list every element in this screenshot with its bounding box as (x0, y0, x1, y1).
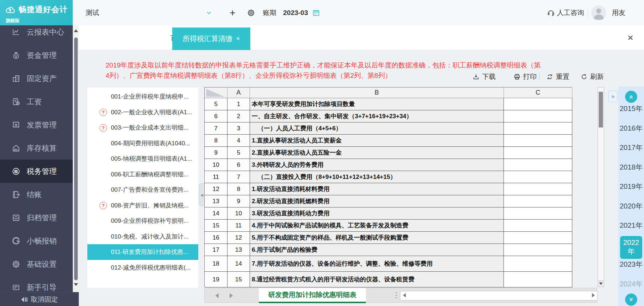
tab-income-tax-settlement[interactable]: 所得税汇算清缴× (172, 27, 250, 50)
grid-row-header[interactable]: 12 (205, 183, 228, 195)
print-button[interactable]: 打印 (513, 71, 537, 82)
grid-corner-cell[interactable] (205, 87, 228, 98)
form-list-item[interactable]: ?003-一般企业成本支出明细... (87, 120, 198, 136)
sidebar-item-archive[interactable]: 归档管理 (0, 206, 73, 229)
company-chevron-down-icon[interactable] (205, 0, 213, 25)
grid-cell-a[interactable]: 9 (228, 195, 250, 207)
form-list-item[interactable]: 012-减免所得税优惠明细表(... (87, 260, 198, 276)
year-item-2023[interactable]: 2023年 (618, 260, 644, 269)
sidebar-item-fund[interactable]: 资金管理 (0, 44, 73, 67)
grid-cell-a[interactable]: 2 (228, 110, 250, 122)
expand-panel-button[interactable]: » (608, 91, 618, 102)
grid-row-header[interactable]: 18 (205, 256, 228, 272)
grid-cell-b[interactable]: 1.直接从事研发活动人员工资薪金 (250, 135, 504, 147)
grid-row-header[interactable]: 9 (205, 147, 228, 159)
grid-row-header[interactable]: 19 (205, 272, 228, 287)
grid-row-header[interactable]: 13 (205, 195, 228, 207)
grid-row-header[interactable]: 10 (205, 159, 228, 171)
grid-cell-a[interactable]: 8 (228, 183, 250, 195)
grid-cell-a[interactable]: 4 (228, 135, 250, 147)
grid-cell-c[interactable] (504, 244, 572, 256)
grid-column-header-B[interactable]: B (250, 87, 504, 98)
sidebar-item-salary[interactable]: 工资 (0, 90, 73, 113)
grid-cell-b[interactable]: 本年可享受研发费用加计扣除项目数量 (250, 98, 504, 110)
sidebar-scrollbar[interactable] (73, 25, 79, 292)
grid-row-header[interactable]: 7 (205, 122, 228, 135)
help-question-icon[interactable]: ? (99, 202, 107, 209)
settings-gear-icon[interactable] (247, 0, 255, 25)
scroll-up-arrow-icon[interactable] (74, 29, 78, 32)
year-item-2018[interactable]: 2018年 (618, 162, 644, 172)
grid-cell-c[interactable] (504, 207, 572, 220)
sidebar-item-tax[interactable]: 税税务管理 (0, 160, 73, 183)
calendar-icon[interactable] (312, 0, 320, 25)
human-support-link[interactable]: 人工咨询 (557, 0, 584, 25)
grid-cell-a[interactable]: 7 (228, 171, 250, 183)
form-list-item[interactable]: 001-企业所得税年度纳税申... (87, 89, 198, 105)
scroll-down-arrow-icon[interactable] (74, 283, 78, 286)
sidebar-item-asset[interactable]: 固定资产 (0, 67, 73, 90)
form-list-item[interactable]: 004-期间费用明细表(A1040... (87, 136, 198, 151)
grid-column-header-A[interactable]: A (228, 87, 250, 98)
sidebar-scrollbar-thumb[interactable] (74, 37, 78, 280)
grid-row-header[interactable]: 11 (205, 171, 228, 183)
form-list-item[interactable]: ?002-一般企业收入明细表(A1... (87, 105, 198, 120)
grid-cell-c[interactable] (504, 171, 572, 183)
grid-cell-c[interactable] (504, 220, 572, 232)
headset-icon[interactable] (547, 0, 555, 25)
form-list-item[interactable]: ?008-资产折旧、摊销及纳税... (87, 198, 198, 214)
grid-row-header[interactable]: 16 (205, 232, 228, 244)
grid-cell-c[interactable] (504, 232, 572, 244)
grid-cell-c[interactable] (504, 98, 572, 110)
grid-row-header[interactable]: 6 (205, 110, 228, 122)
grid-row-header[interactable]: 14 (205, 207, 228, 220)
year-item-2015[interactable]: 2015年 (618, 104, 644, 114)
sheet-drag-handle-icon[interactable]: ⋮ (393, 291, 400, 299)
year-item-2021[interactable]: 2021年 (618, 221, 644, 230)
year-scroll-up-button[interactable] (625, 91, 637, 103)
grid-cell-a[interactable]: 13 (228, 244, 250, 256)
company-select[interactable]: 测试 (86, 0, 99, 25)
grid-cell-a[interactable]: 12 (228, 232, 250, 244)
sidebar-item-invoice[interactable]: 发票管理 (0, 113, 73, 136)
user-name[interactable]: 用友 (612, 0, 625, 25)
grid-cell-a[interactable]: 1 (228, 98, 250, 110)
form-list-item[interactable]: 010-免税、减计收入及加计... (87, 229, 198, 245)
grid-cell-b[interactable]: （一）人员人工费用（4+5+6） (250, 122, 504, 135)
grid-column-header-C[interactable]: C (504, 87, 572, 98)
grid-cell-c[interactable] (504, 272, 572, 287)
help-question-icon[interactable]: ? (99, 124, 107, 132)
grid-cell-b[interactable]: 一、自主研发、合作研发、集中研发（3+7+16+19+23+34） (250, 110, 504, 122)
sidebar-item-inventory[interactable]: 库存核算 (0, 136, 73, 160)
grid-vertical-scrollbar[interactable] (598, 87, 604, 287)
sheet-next-icon[interactable] (230, 293, 233, 298)
grid-scrollbar-thumb[interactable] (599, 92, 603, 127)
grid-cell-c[interactable] (504, 135, 572, 147)
year-item-2019[interactable]: 2019年 (618, 182, 644, 191)
grid-cell-b[interactable]: 2.研发活动直接消耗燃料费用 (250, 195, 504, 207)
period-value[interactable]: 2023-03 (283, 0, 308, 25)
year-item-2016[interactable]: 2016年 (618, 124, 644, 133)
tab-close-icon[interactable]: × (236, 35, 240, 42)
close-tabs-button[interactable]: × (628, 25, 633, 50)
download-button[interactable]: 下载 (472, 71, 496, 82)
grid-row-header[interactable]: 8 (205, 135, 228, 147)
sidebar-item-reimburse[interactable]: 小畅报销 (0, 229, 73, 252)
form-list-item[interactable]: 007-广告费和业务宣传费跨... (87, 182, 198, 198)
grid-row-header[interactable]: 17 (205, 244, 228, 256)
grid-cell-a[interactable]: 15 (228, 272, 250, 287)
grid-cell-b[interactable]: 6.用于试制产品的检验费 (250, 244, 504, 256)
grid-cell-b[interactable]: 1.研发活动直接消耗材料费用 (250, 183, 504, 195)
grid-cell-b[interactable]: 3.外聘研发人员的劳务费用 (250, 159, 504, 171)
grid-row-header[interactable]: 15 (205, 220, 228, 232)
year-scroll-down-button[interactable] (625, 294, 637, 306)
grid-cell-b[interactable]: 4.用于中间试验和产品试制的模具、工艺装备开发及制造费 (250, 220, 504, 232)
grid-cell-c[interactable] (504, 110, 572, 122)
grid-cell-c[interactable] (504, 122, 572, 135)
grid-cell-a[interactable]: 11 (228, 220, 250, 232)
grid-cell-c[interactable] (504, 159, 572, 171)
grid-cell-c[interactable] (504, 195, 572, 207)
grid-cell-c[interactable] (504, 147, 572, 159)
sidebar-item-closing[interactable]: 结账 (0, 183, 73, 206)
grid-cell-a[interactable]: 14 (228, 256, 250, 272)
